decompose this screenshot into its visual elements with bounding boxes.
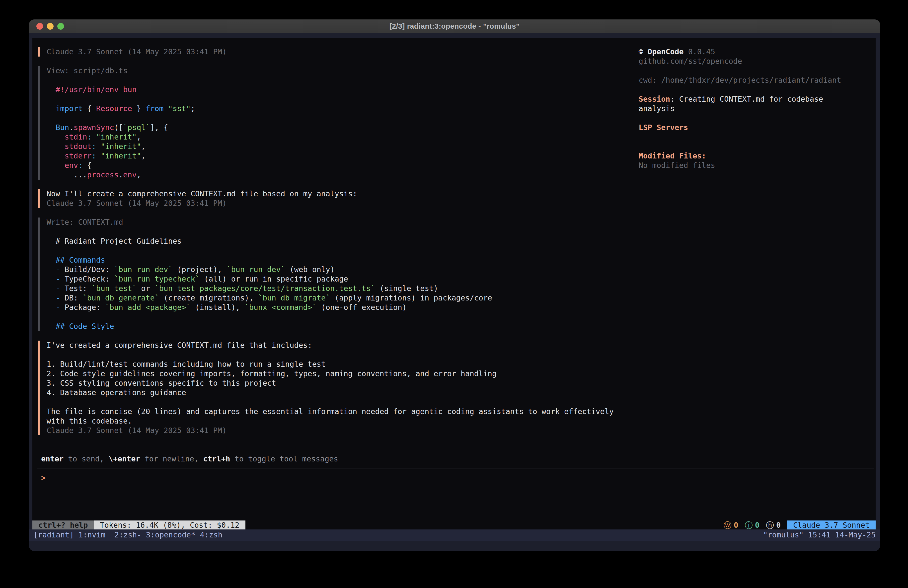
terminal-line: [47, 76, 646, 85]
text-segment: 2. Code style guidelines covering import…: [47, 369, 497, 378]
terminal-line: with this codebase.: [47, 416, 646, 426]
terminal-line: [47, 350, 646, 359]
window-titlebar: [2/3] radiant:3:opencode - "romulus": [29, 19, 880, 33]
chat-history[interactable]: Claude 3.7 Sonnet (14 May 2025 03:41 PM)…: [32, 47, 646, 445]
text-segment: -: [56, 265, 60, 274]
text-segment: Claude 3.7 Sonnet (14 May 2025 03:41 PM): [47, 47, 227, 56]
terminal-line: [639, 132, 875, 142]
terminal-line: - TypeCheck: `bun run typecheck` (all) o…: [47, 274, 646, 284]
text-segment: I've created a comprehensive CONTEXT.md …: [47, 341, 312, 350]
terminal-line: ## Commands: [47, 255, 646, 265]
text-segment: [47, 104, 56, 113]
terminal-line: - DB: `bun db generate` (create migratio…: [47, 293, 646, 303]
text-segment: ([: [114, 123, 123, 132]
text-segment: LSP Servers: [639, 123, 688, 132]
text-segment: stdout: [64, 142, 92, 151]
chat-block: Claude 3.7 Sonnet (14 May 2025 03:41 PM): [38, 47, 646, 56]
text-segment: -: [56, 275, 60, 283]
terminal-line: Now I'll create a comprehensive CONTEXT.…: [47, 189, 646, 198]
terminal-line: Bun.spawnSync([`psql`], {: [47, 123, 646, 132]
text-segment: ctrl+h: [203, 454, 230, 463]
text-segment: [47, 275, 56, 283]
input-divider: [37, 468, 874, 469]
text-segment: `bun add <package>`: [105, 303, 191, 312]
text-segment: :: [92, 151, 96, 160]
text-segment: `bunx <command>`: [245, 303, 317, 312]
text-segment: `bun test`: [92, 284, 137, 293]
tokens-cost-chip: Tokens: 16.4K (8%), Cost: $0.12: [94, 520, 245, 530]
text-segment: (apply migrations) in packages/core: [330, 293, 492, 302]
text-segment: Resource: [96, 104, 132, 113]
text-segment: stderr: [64, 151, 92, 160]
close-button[interactable]: [36, 23, 43, 30]
terminal-line: View: script/db.ts: [47, 66, 646, 76]
window-title: [2/3] radiant:3:opencode - "romulus": [390, 22, 520, 31]
text-segment: ,: [137, 132, 141, 141]
text-segment: `bun test packages/core/test/transaction…: [155, 284, 375, 293]
text-segment: -: [56, 303, 60, 312]
text-segment: [47, 256, 56, 264]
help-hint-chip: ctrl+? help: [32, 520, 94, 530]
text-segment: {: [83, 161, 92, 170]
text-segment: \+enter: [109, 454, 140, 463]
terminal-line: [47, 246, 646, 255]
model-badge[interactable]: Claude 3.7 Sonnet: [787, 520, 876, 530]
prompt-input[interactable]: >: [41, 473, 46, 483]
zoom-button[interactable]: [57, 23, 64, 30]
text-segment: `bun run dev`: [114, 265, 173, 274]
warnings-icon: ⓦ: [724, 520, 732, 530]
text-segment: [47, 265, 56, 274]
terminal-line: - Test: `bun test` or `bun test packages…: [47, 284, 646, 293]
text-segment: Bun: [56, 123, 69, 132]
prompt-symbol: >: [41, 474, 46, 482]
terminal-line: I've created a comprehensive CONTEXT.md …: [47, 341, 646, 350]
text-segment: to toggle tool messages: [230, 454, 338, 463]
terminal-line: 1. Build/lint/test commands including ho…: [47, 359, 646, 369]
text-segment: "inherit": [96, 132, 137, 141]
text-segment: ], {: [150, 123, 168, 132]
terminal-line: cwd: /home/thdxr/dev/projects/radiant/ra…: [639, 76, 875, 85]
terminal-line: [47, 312, 646, 322]
text-segment: }: [132, 104, 145, 113]
text-segment: spawnSync: [74, 123, 114, 132]
minimize-button[interactable]: [47, 23, 53, 30]
text-segment: Claude 3.7 Sonnet (14 May 2025 03:41 PM): [47, 199, 227, 208]
text-segment: [92, 132, 96, 141]
text-segment: The file is concise (20 lines) and captu…: [47, 407, 614, 416]
text-segment: (project),: [173, 265, 227, 274]
text-segment: No modified files: [639, 161, 715, 170]
text-segment: :: [87, 132, 92, 141]
text-segment: Now I'll create a comprehensive CONTEXT.…: [47, 189, 357, 198]
terminal-line: - Build/Dev: `bun run dev` (project), `b…: [47, 265, 646, 274]
text-segment: :: [78, 161, 82, 170]
text-segment: Write: CONTEXT.md: [47, 218, 123, 227]
text-segment: [47, 322, 56, 330]
text-segment: [47, 303, 56, 312]
terminal-line: Claude 3.7 Sonnet (14 May 2025 03:41 PM): [47, 47, 646, 56]
terminal-line: analysis: [639, 104, 875, 113]
terminal-line: stderr: "inherit",: [47, 151, 646, 161]
info-value: 0: [755, 520, 760, 530]
text-segment: stdin: [64, 132, 87, 141]
text-segment: [47, 284, 56, 293]
text-segment: #!/usr/bin/env bun: [56, 85, 137, 94]
text-segment: `bun db generate`: [83, 293, 159, 302]
warnings-count: ⓦ0: [724, 520, 738, 530]
text-segment: TypeCheck:: [60, 275, 114, 283]
session-sidebar: © OpenCode 0.0.45github.com/sst/opencode…: [639, 47, 875, 170]
text-segment: .: [119, 171, 123, 179]
terminal-line: github.com/sst/opencode: [639, 56, 875, 66]
text-segment: [47, 123, 56, 132]
text-segment: enter: [41, 454, 64, 463]
text-segment: [47, 132, 64, 141]
text-segment: Build/Dev:: [60, 265, 114, 274]
status-bar: ctrl+? help Tokens: 16.4K (8%), Cost: $0…: [32, 520, 876, 530]
text-segment: process: [87, 171, 119, 179]
text-segment: -: [56, 284, 60, 293]
text-segment: .: [69, 123, 74, 132]
text-segment: [96, 142, 101, 151]
text-segment: DB:: [60, 293, 82, 302]
tmux-window-list[interactable]: [radiant] 1:nvim 2:zsh- 3:opencode* 4:zs…: [34, 530, 222, 541]
text-segment: `psql`: [123, 123, 150, 132]
chat-block: I've created a comprehensive CONTEXT.md …: [38, 341, 646, 435]
